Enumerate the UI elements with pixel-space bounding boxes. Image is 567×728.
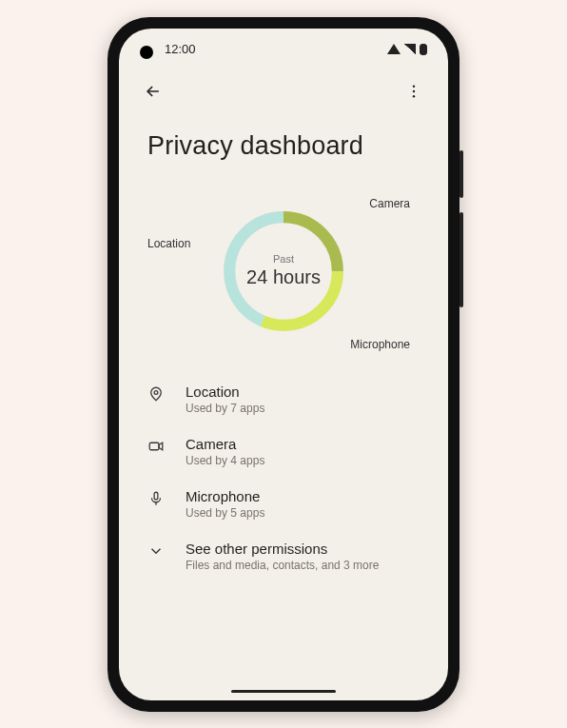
- wifi-icon: [387, 44, 401, 54]
- app-bar: [119, 70, 448, 112]
- list-item-subtitle: Used by 4 apps: [186, 454, 264, 467]
- usage-donut-chart: Past 24 hours Camera Location Microphone: [119, 176, 448, 366]
- donut-label-microphone: Microphone: [350, 338, 410, 351]
- permissions-list: Location Used by 7 apps Camera Used by 4…: [119, 366, 448, 572]
- chevron-down-icon: [147, 542, 166, 563]
- list-item-other-permissions[interactable]: See other permissions Files and media, c…: [147, 541, 420, 572]
- location-pin-icon: [147, 385, 166, 406]
- list-item-microphone[interactable]: Microphone Used by 5 apps: [147, 488, 420, 520]
- list-item-title: Microphone: [186, 488, 264, 504]
- screen: 12:00 Privacy dashboard: [119, 29, 448, 700]
- battery-icon: [420, 44, 427, 55]
- svg-point-2: [413, 95, 415, 97]
- donut-center-label: Past 24 hours: [246, 253, 321, 288]
- gesture-nav-bar[interactable]: [231, 690, 336, 693]
- donut-label-camera: Camera: [369, 197, 410, 210]
- donut-center-unit: hours: [273, 266, 321, 287]
- svg-point-0: [413, 85, 415, 87]
- donut-center-top: Past: [246, 253, 321, 265]
- list-item-title: Location: [186, 384, 264, 400]
- status-time: 12:00: [165, 42, 196, 56]
- status-icons: [387, 44, 427, 55]
- list-item-camera[interactable]: Camera Used by 4 apps: [147, 436, 420, 467]
- list-item-title: See other permissions: [186, 541, 379, 557]
- front-camera-hole: [140, 46, 153, 59]
- microphone-icon: [147, 490, 166, 511]
- list-item-title: Camera: [186, 436, 264, 452]
- svg-point-1: [413, 89, 415, 91]
- donut-label-location: Location: [147, 237, 190, 250]
- donut-center-value: 24: [246, 266, 267, 287]
- svg-point-3: [154, 390, 158, 394]
- camera-icon: [147, 438, 166, 459]
- signal-icon: [404, 44, 416, 54]
- list-item-subtitle: Used by 7 apps: [186, 402, 264, 415]
- list-item-subtitle: Used by 5 apps: [186, 506, 264, 520]
- list-item-location[interactable]: Location Used by 7 apps: [147, 384, 420, 415]
- phone-frame: 12:00 Privacy dashboard: [108, 17, 459, 712]
- svg-rect-4: [149, 443, 159, 450]
- phone-side-button: [459, 150, 463, 198]
- status-bar: 12:00: [119, 29, 448, 70]
- back-button[interactable]: [140, 78, 166, 105]
- svg-rect-5: [154, 492, 158, 500]
- more-options-button[interactable]: [401, 78, 427, 105]
- phone-side-button: [459, 212, 463, 307]
- list-item-subtitle: Files and media, contacts, and 3 more: [186, 559, 379, 572]
- page-title: Privacy dashboard: [119, 112, 448, 172]
- donut-center-main: 24 hours: [246, 266, 321, 288]
